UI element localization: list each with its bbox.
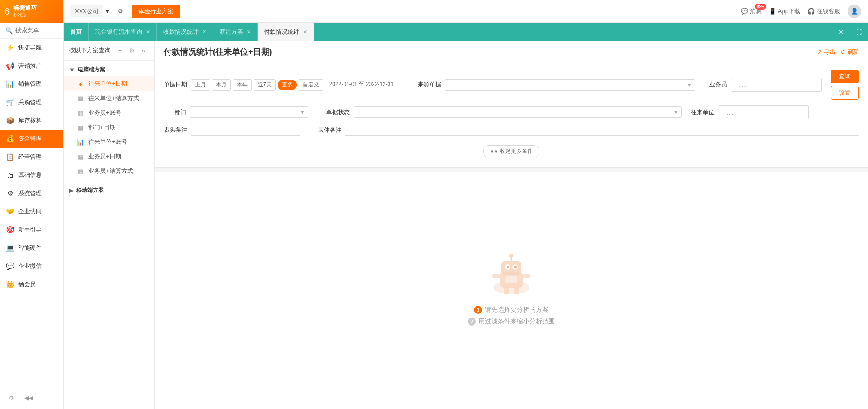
tree-item-staff-account[interactable]: ▦业务员+账号 bbox=[64, 106, 154, 120]
export-btn[interactable]: ↗ 导出 bbox=[817, 48, 836, 56]
source-voucher-filter: 来源单据 ▾ bbox=[418, 79, 695, 91]
this-month-btn[interactable]: 本月 bbox=[212, 79, 231, 91]
tab-close-payment-stats[interactable]: ✕ bbox=[303, 29, 307, 35]
app-download-btn[interactable]: 📱 App下载 bbox=[769, 7, 800, 15]
sidebar-footer: ⚙ ◀◀ bbox=[0, 386, 63, 409]
empty-tip-2: 2 用过滤条件来缩小分析范围 bbox=[468, 318, 555, 326]
search-menu-item[interactable]: 🔍 搜索菜单 bbox=[0, 23, 63, 39]
query-btn[interactable]: 查询 bbox=[831, 70, 859, 83]
refresh-label: 刷新 bbox=[847, 48, 859, 56]
voucher-status-select[interactable]: ▾ bbox=[354, 106, 682, 118]
nav-icon-corp-wechat: 💬 bbox=[5, 262, 15, 271]
tree-item-staff-date[interactable]: ▦业务员+日期 bbox=[64, 149, 154, 164]
tree-section-label-desktop: 电脑端方案 bbox=[78, 66, 105, 74]
source-voucher-select[interactable]: ▾ bbox=[445, 79, 695, 91]
company-dropdown-icon: ▾ bbox=[106, 8, 109, 15]
sidebar-item-guide[interactable]: 🎯 新手引导 bbox=[0, 221, 63, 239]
search-menu-label: 搜索菜单 bbox=[15, 26, 39, 35]
partner-more-icon[interactable]: … bbox=[726, 107, 734, 117]
custom-date-btn[interactable]: 自定义 bbox=[299, 79, 323, 91]
right-content: 付款情况统计(往来单位+日期) ↗ 导出 ↺ 刷新 bbox=[155, 41, 868, 409]
table-header-note-input[interactable] bbox=[191, 125, 300, 136]
sidebar-collapse-btn[interactable]: ◀◀ bbox=[22, 391, 35, 404]
last7-btn[interactable]: 近7天 bbox=[254, 79, 276, 91]
sidebar-settings-btn[interactable]: ⚙ bbox=[5, 391, 18, 404]
sidebar-item-vip[interactable]: 👑 畅会员 bbox=[0, 275, 63, 293]
tab-home[interactable]: 首页 bbox=[64, 23, 89, 41]
sidebar-item-sales[interactable]: 📊 销售管理 bbox=[0, 75, 63, 93]
sidebar-item-quick-nav[interactable]: ⚡ 快捷导航 bbox=[0, 39, 63, 57]
company-selector[interactable]: XXX公司 ▾ bbox=[70, 5, 109, 17]
tab-bar-actions: ✕ ⛶ bbox=[832, 23, 868, 41]
nav-label-operation: 经营管理 bbox=[18, 153, 42, 161]
collapse-panel-btn[interactable]: « bbox=[139, 45, 149, 56]
table-header-note-filter: 表头备注 bbox=[164, 125, 300, 136]
dept-select[interactable]: ▾ bbox=[190, 106, 308, 118]
tree-section-header-mobile[interactable]: ▶移动端方案 bbox=[64, 184, 154, 197]
tab-close-cash-flow[interactable]: ✕ bbox=[146, 29, 150, 35]
sidebar-item-system[interactable]: ⚙ 系统管理 bbox=[0, 184, 63, 202]
svg-point-8 bbox=[509, 254, 513, 258]
tree-item-partner-settle[interactable]: ▦往来单位+结算方式 bbox=[64, 91, 154, 106]
tab-receipt-stats[interactable]: 收款情况统计✕ bbox=[157, 23, 213, 41]
message-btn[interactable]: 💬 消息 99+ bbox=[741, 7, 762, 15]
tab-new-plan[interactable]: 新建方案✕ bbox=[213, 23, 258, 41]
tab-close-new-plan[interactable]: ✕ bbox=[247, 29, 251, 35]
avatar-text: 👤 bbox=[851, 8, 858, 15]
sidebar-item-corp-collab[interactable]: 🤝 企业协同 bbox=[0, 202, 63, 221]
svg-rect-11 bbox=[504, 287, 509, 294]
last-month-btn[interactable]: 上月 bbox=[191, 79, 210, 91]
dept-label: 部门 bbox=[164, 108, 186, 116]
staff-select[interactable]: … bbox=[731, 78, 822, 92]
tab-payment-stats[interactable]: 付款情况统计✕ bbox=[258, 23, 314, 41]
this-year-btn[interactable]: 本年 bbox=[233, 79, 252, 91]
svg-rect-12 bbox=[514, 287, 519, 294]
sidebar-item-basic-info[interactable]: 🗂 基础信息 bbox=[0, 166, 63, 184]
sidebar: 6 畅捷通巧 标准版 🔍 搜索菜单 ⚡ 快捷导航 📢 营销推广 📊 销售管理 🛒… bbox=[0, 0, 64, 409]
sidebar-item-purchase[interactable]: 🛒 采购管理 bbox=[0, 93, 63, 111]
date-range-input[interactable] bbox=[327, 81, 409, 89]
refresh-btn[interactable]: ↺ 刷新 bbox=[840, 48, 859, 56]
sidebar-item-corp-wechat[interactable]: 💬 企业微信 bbox=[0, 257, 63, 275]
tree-item-icon-staff-account: ▦ bbox=[76, 109, 85, 117]
sidebar-item-inventory[interactable]: 📦 库存核算 bbox=[0, 111, 63, 130]
sidebar-item-marketing[interactable]: 📢 营销推广 bbox=[0, 57, 63, 75]
tree-section-header-desktop[interactable]: ▼电脑端方案 bbox=[64, 63, 154, 76]
sidebar-item-smart-hw[interactable]: 💻 智能硬件 bbox=[0, 239, 63, 257]
left-panel-header: 按以下方案查询 + ⚙ « bbox=[64, 41, 154, 61]
close-all-tabs-btn[interactable]: ✕ bbox=[832, 23, 850, 41]
tab-cash-flow[interactable]: 现金银行流水查询✕ bbox=[89, 23, 157, 41]
sidebar-brand-group: 畅捷通巧 标准版 bbox=[13, 5, 37, 18]
staff-filter: 业务员 … bbox=[704, 78, 822, 92]
tree-item-label-staff-account: 业务员+账号 bbox=[88, 109, 121, 117]
query-actions: 查询 设置 bbox=[831, 70, 859, 100]
online-service-btn[interactable]: 🎧 在线客服 bbox=[808, 7, 840, 15]
left-panel: 按以下方案查询 + ⚙ « ▼电脑端方案●往来单位+日期▦往来单位+结算方式▦业… bbox=[64, 41, 155, 409]
partner-select[interactable]: … bbox=[718, 105, 809, 119]
app-icon: 📱 bbox=[769, 8, 776, 15]
collapse-more-conditions-btn[interactable]: ∧∧ 收起更多条件 bbox=[483, 145, 539, 157]
sidebar-item-finance[interactable]: 💰 资金管理 bbox=[0, 130, 63, 148]
more-date-btn[interactable]: 更多 bbox=[278, 80, 297, 90]
table-body-note-input[interactable] bbox=[345, 125, 859, 136]
tree-item-partner-date[interactable]: ●往来单位+日期 bbox=[64, 76, 154, 91]
filter-settings-btn[interactable]: 设置 bbox=[831, 86, 859, 100]
tab-close-receipt-stats[interactable]: ✕ bbox=[202, 29, 206, 35]
tree-item-dept-date[interactable]: ▦部门+日期 bbox=[64, 120, 154, 135]
tree-item-partner-account[interactable]: 📊往来单位+账号 bbox=[64, 135, 154, 149]
staff-more-icon[interactable]: … bbox=[738, 80, 747, 90]
expand-tab-btn[interactable]: ⛶ bbox=[850, 23, 868, 41]
sidebar-item-operation[interactable]: 📋 经营管理 bbox=[0, 148, 63, 166]
top-settings-btn[interactable]: ⚙ bbox=[114, 5, 127, 18]
trial-industry-btn[interactable]: 体验行业方案 bbox=[132, 5, 180, 18]
add-scheme-btn[interactable]: + bbox=[115, 45, 125, 56]
refresh-icon: ↺ bbox=[840, 49, 845, 56]
nav-label-corp-collab: 企业协同 bbox=[18, 207, 42, 216]
export-label: 导出 bbox=[824, 48, 836, 56]
page-header: 付款情况统计(往来单位+日期) ↗ 导出 ↺ 刷新 bbox=[155, 41, 868, 63]
user-avatar[interactable]: 👤 bbox=[848, 5, 861, 18]
nav-label-purchase: 采购管理 bbox=[18, 98, 42, 106]
scheme-settings-btn[interactable]: ⚙ bbox=[127, 45, 137, 56]
tree-item-staff-settle[interactable]: ▦业务员+结算方式 bbox=[64, 164, 154, 178]
search-icon: 🔍 bbox=[5, 27, 13, 34]
